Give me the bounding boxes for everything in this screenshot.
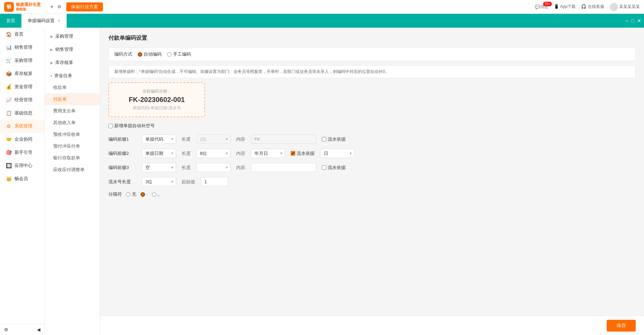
tab-encoding-label: 单据编码设置: [28, 18, 55, 24]
prefix1-length-select[interactable]: 2位: [196, 134, 231, 144]
sidebar-item-ops[interactable]: 📈 经营管理: [0, 93, 45, 106]
serial-length-select[interactable]: 3位: [142, 177, 176, 186]
inventory-icon: 📦: [6, 71, 12, 77]
separator-none-radio[interactable]: 无: [126, 191, 136, 197]
sub-item-expense[interactable]: 费用支出单: [45, 105, 100, 117]
prefix3-waterflow-checkbox[interactable]: [322, 165, 326, 170]
tab-home[interactable]: 首页: [0, 14, 21, 28]
user-area[interactable]: 某某某某某: [610, 3, 640, 11]
auto-fill-label: 新增单据自动补空号: [114, 123, 155, 129]
prefix2-label: 编码前缀2: [108, 150, 136, 157]
auto-encoding-input[interactable]: [138, 52, 142, 57]
prefix-row-1: 编码前缀1 单据代码 长度 2位 内容 流水依据: [108, 134, 636, 144]
sub-group-sales-title[interactable]: ▶ 销售管理: [45, 44, 100, 55]
tab-close-icon[interactable]: ✕: [57, 19, 60, 23]
logo-sub: 插曲版: [16, 7, 41, 11]
sidebar-item-sales[interactable]: 📊 销售管理: [0, 41, 45, 54]
sidebar-footer: ⚙ ◀: [0, 324, 45, 335]
app-download[interactable]: 📱 App下载: [554, 4, 576, 10]
separator-period-input[interactable]: [152, 192, 156, 197]
prefix2-content-select[interactable]: 年月日: [251, 149, 285, 158]
prefix1-select[interactable]: 单据代码: [142, 134, 176, 144]
sidebar-item-member[interactable]: 👑 畅会员: [0, 172, 45, 185]
prefix3-length-select[interactable]: [196, 163, 231, 172]
sidebar-item-base[interactable]: 📋 基础信息: [0, 106, 45, 120]
prefix2-select[interactable]: 单据日期: [142, 149, 176, 158]
sidebar-item-home[interactable]: 🏠 首页: [0, 28, 45, 41]
message-area[interactable]: 💬 消息 99+: [535, 4, 548, 10]
auto-fill-checkbox[interactable]: [108, 124, 113, 128]
sidebar-sales-label: 销售管理: [15, 44, 32, 50]
sidebar-item-finance[interactable]: 💰 资金管理: [0, 80, 45, 93]
logo-icon: 畅: [4, 2, 14, 12]
prefix1-length-wrap: 2位: [196, 134, 231, 144]
tab-encoding-settings[interactable]: 单据编码设置 ✕: [21, 14, 67, 28]
sub-item-pre-receipt[interactable]: 预收冲应收单: [45, 129, 100, 140]
auto-fill-checkbox-label[interactable]: 新增单据自动补空号: [108, 123, 155, 129]
sub-group-purchase-title[interactable]: ▶ 采购管理: [45, 30, 100, 42]
sub-group-capital-title[interactable]: ▾ 资金往来: [45, 70, 100, 82]
prefix3-content-input[interactable]: [251, 163, 316, 172]
sidebar-item-inventory[interactable]: 📦 库存核算: [0, 67, 45, 80]
phone-icon: 📱: [554, 4, 559, 9]
prefix1-content-input: [251, 134, 316, 144]
prefix2-waterflow-checkbox[interactable]: [291, 151, 295, 156]
sub-item-ar-ap-adjust[interactable]: 应收应付调整单: [45, 164, 100, 176]
separator-none-input[interactable]: [126, 192, 131, 197]
collab-icon: 🤝: [6, 136, 12, 142]
page-title: 付款单编码设置: [108, 35, 636, 42]
sub-group-sales-label: 销售管理: [55, 46, 73, 53]
start-value-input[interactable]: [201, 177, 228, 186]
nav-dropdown-icon[interactable]: ▾: [50, 3, 53, 10]
sidebar-item-purchase[interactable]: 🛒 采购管理: [0, 54, 45, 67]
prefix1-waterflow-label: 流水依据: [328, 136, 346, 142]
sidebar-item-newbie[interactable]: 🎯 新手引导: [0, 146, 45, 159]
sidebar-settings-icon[interactable]: ⚙: [4, 327, 8, 332]
online-service[interactable]: 🎧 在线客服: [581, 4, 604, 10]
logo-area: 畅 畅捷通好生意 插曲版: [4, 2, 41, 12]
top-header: 畅 畅捷通好生意 插曲版 ▾ ⚙ 体验行业方案 💬 消息 99+ 📱 App下载…: [0, 0, 644, 14]
prefix2-waterflow-checkbox-label[interactable]: 流水依据: [291, 150, 315, 157]
sub-group-inventory-title[interactable]: ▶ 库存核算: [45, 57, 100, 68]
manual-encoding-radio[interactable]: 手工编码: [167, 51, 191, 57]
separator-dot-radio[interactable]: ·: [141, 192, 148, 197]
separator-none-label: 无: [132, 191, 136, 197]
manual-encoding-input[interactable]: [167, 52, 172, 57]
save-button[interactable]: 保存: [607, 320, 636, 332]
newbie-icon: 🎯: [6, 149, 12, 156]
sidebar-item-apps[interactable]: 🔲 应用中心: [0, 159, 45, 172]
system-icon: ⚙: [6, 123, 12, 129]
auto-encoding-radio[interactable]: 自动编码: [138, 51, 162, 57]
prefix3-waterflow-checkbox-label[interactable]: 流水依据: [322, 165, 346, 171]
bottom-bar: 保存: [100, 316, 644, 335]
sub-item-other-income[interactable]: 其他收入单: [45, 117, 100, 129]
separator-period-radio[interactable]: 。: [152, 191, 162, 197]
trial-button[interactable]: 体验行业方案: [66, 2, 103, 11]
sub-group-purchase-label: 采购管理: [55, 33, 73, 39]
sub-item-payment[interactable]: 付款单: [45, 93, 100, 105]
user-avatar: [610, 3, 618, 11]
logo-text: 畅捷通好生意 插曲版: [16, 2, 41, 11]
sidebar-item-system[interactable]: ⚙ 系统管理: [0, 120, 45, 133]
separator-dot-input[interactable]: [141, 192, 145, 197]
finance-icon: 💰: [6, 84, 12, 90]
sidebar-item-collab[interactable]: 🤝 企业协同: [0, 133, 45, 146]
header-settings-icon[interactable]: ⚙: [55, 3, 64, 11]
code-example-prefix-label: 当前编码示例：: [142, 89, 171, 94]
prefix3-select[interactable]: 空: [142, 163, 176, 172]
prefix2-length-select[interactable]: 8位: [196, 149, 231, 158]
window-minimize-icon[interactable]: ─: [625, 18, 629, 24]
sidebar-collab-label: 企业协同: [15, 136, 32, 142]
prefix1-waterflow-checkbox[interactable]: [322, 137, 326, 141]
prefix1-waterflow-checkbox-label[interactable]: 流水依据: [322, 136, 346, 142]
sub-item-receipt[interactable]: 收款单: [45, 82, 100, 93]
sidebar-finance-label: 资金管理: [15, 84, 32, 90]
sub-item-bank[interactable]: 银行存取款单: [45, 152, 100, 164]
prefix2-period-select[interactable]: 日: [320, 149, 355, 158]
sub-item-pre-payment[interactable]: 预付冲应付单: [45, 140, 100, 152]
nav-tabs-right: ─ □ ✕: [625, 18, 644, 24]
sub-group-capital-label: 资金往来: [54, 73, 72, 79]
window-close-icon[interactable]: ✕: [637, 18, 641, 24]
sidebar-collapse-icon[interactable]: ◀: [37, 327, 40, 332]
window-maximize-icon[interactable]: □: [632, 18, 634, 24]
